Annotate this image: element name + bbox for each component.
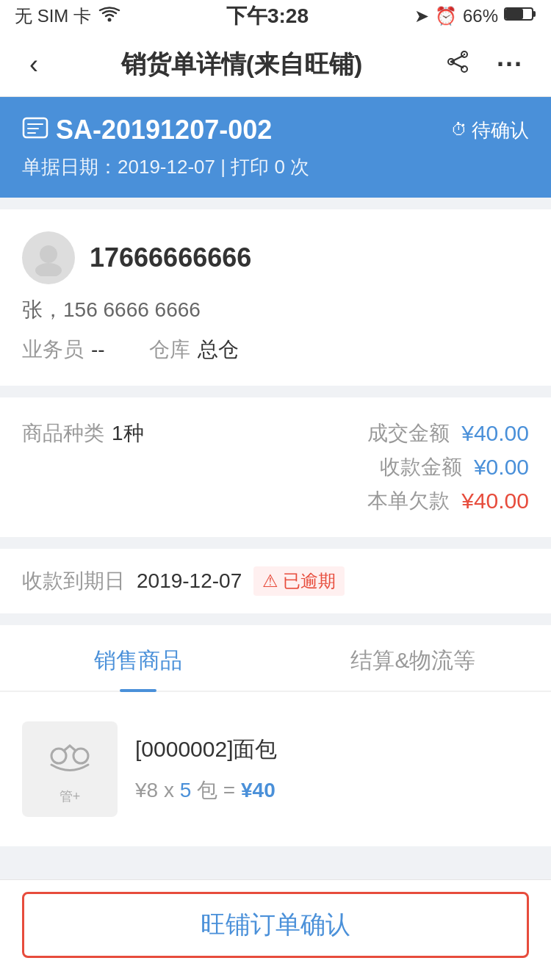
share-button[interactable] xyxy=(438,43,476,86)
deal-amount-row: 成交金额 ¥40.00 xyxy=(367,419,529,447)
balance-value: ¥40.00 xyxy=(461,489,529,514)
warehouse-value: 总仓 xyxy=(198,336,239,364)
more-button[interactable]: ··· xyxy=(491,43,529,86)
salesperson-item: 业务员 -- xyxy=(22,336,105,364)
clock-icon: ⏱ xyxy=(451,120,467,140)
price-separator: x xyxy=(164,779,180,801)
salesperson-value: -- xyxy=(91,338,105,361)
deal-amount-value: ¥40.00 xyxy=(461,421,529,446)
header-top: SA-20191207-002 ⏱ 待确认 xyxy=(22,115,529,145)
due-section: 收款到期日 2019-12-07 ⚠ 已逾期 xyxy=(0,549,551,613)
page-title: 销货单详情(来自旺铺) xyxy=(121,48,363,82)
product-list: 管+ [0000002]面包 ¥8 x 5 包 = ¥40 xyxy=(0,692,551,846)
balance-label: 本单欠款 xyxy=(367,487,450,515)
order-icon xyxy=(22,117,48,144)
customer-name: 张，156 6666 6666 xyxy=(22,296,529,324)
price-value: ¥8 xyxy=(135,779,158,801)
tab-sales[interactable]: 销售商品 xyxy=(0,625,276,691)
svg-point-0 xyxy=(108,18,112,22)
warning-icon: ⚠ xyxy=(262,571,278,591)
tabs-section: 销售商品 结算&物流等 管+ [0000002]面包 ¥8 xyxy=(0,625,551,846)
nav-actions: ··· xyxy=(438,43,529,86)
product-info: [0000002]面包 ¥8 x 5 包 = ¥40 xyxy=(135,735,529,804)
unit: 包 xyxy=(197,779,217,801)
summary-row: 商品种类 1种 成交金额 ¥40.00 收款金额 ¥0.00 本单欠款 ¥40.… xyxy=(22,419,529,515)
order-status: ⏱ 待确认 xyxy=(451,118,529,143)
back-button[interactable]: ‹ xyxy=(22,42,46,87)
payment-row: 收款金额 ¥0.00 xyxy=(380,453,529,481)
wifi-icon xyxy=(98,6,120,26)
bottom-bar: 旺铺订单确认 xyxy=(0,879,551,980)
product-qty: 5 xyxy=(180,779,192,801)
svg-rect-2 xyxy=(533,11,536,17)
confirm-button[interactable]: 旺铺订单确认 xyxy=(22,892,529,958)
customer-meta: 业务员 -- 仓库 总仓 xyxy=(22,336,529,364)
tabs-row: 销售商品 结算&物流等 xyxy=(0,625,551,692)
payment-value: ¥0.00 xyxy=(474,455,529,480)
due-label: 收款到期日 xyxy=(22,567,125,595)
deal-amount-label: 成交金额 xyxy=(367,419,450,447)
product-thumbnail: 管+ xyxy=(22,721,118,817)
overdue-badge: ⚠ 已逾期 xyxy=(253,566,345,596)
due-date: 2019-12-07 xyxy=(137,569,242,593)
svg-point-6 xyxy=(461,66,467,72)
order-meta: 单据日期：2019-12-07 | 打印 0 次 xyxy=(22,154,529,180)
product-type-value: 1种 xyxy=(112,419,144,447)
battery-label: 66% xyxy=(463,6,498,26)
status-bar: 无 SIM 卡 下午3:28 ➤ ⏰ 66% xyxy=(0,0,551,32)
avatar xyxy=(22,231,75,284)
product-price: ¥8 x 5 包 = ¥40 xyxy=(135,777,529,804)
status-left: 无 SIM 卡 xyxy=(15,4,120,28)
overdue-text: 已逾期 xyxy=(283,569,336,593)
customer-section: 17666666666 张，156 6666 6666 业务员 -- 仓库 总仓 xyxy=(0,209,551,386)
product-name: [0000002]面包 xyxy=(135,735,529,765)
order-id: SA-20191207-002 xyxy=(22,115,272,145)
balance-row: 本单欠款 ¥40.00 xyxy=(367,487,529,515)
summary-right: 成交金额 ¥40.00 收款金额 ¥0.00 本单欠款 ¥40.00 xyxy=(367,419,529,515)
product-total: ¥40 xyxy=(241,779,276,801)
status-right: ➤ ⏰ 66% xyxy=(414,6,536,26)
product-item: 管+ [0000002]面包 ¥8 x 5 包 = ¥40 xyxy=(22,707,529,832)
product-type-label: 商品种类 xyxy=(22,419,104,447)
svg-point-8 xyxy=(40,245,57,263)
location-icon: ➤ xyxy=(414,6,429,26)
customer-phone: 17666666666 xyxy=(90,242,251,273)
product-logo: 管+ xyxy=(37,735,103,803)
alarm-icon: ⏰ xyxy=(435,6,457,26)
no-sim-label: 无 SIM 卡 xyxy=(15,4,91,28)
customer-top: 17666666666 xyxy=(22,231,529,284)
warehouse-item: 仓库 总仓 xyxy=(149,336,239,364)
nav-bar: ‹ 销货单详情(来自旺铺) ··· xyxy=(0,32,551,97)
salesperson-label: 业务员 xyxy=(22,336,84,364)
equals: = xyxy=(223,779,241,801)
summary-left: 商品种类 1种 xyxy=(22,419,144,447)
summary-section: 商品种类 1种 成交金额 ¥40.00 收款金额 ¥0.00 本单欠款 ¥40.… xyxy=(0,397,551,537)
status-time: 下午3:28 xyxy=(226,2,309,30)
payment-label: 收款金额 xyxy=(380,453,462,481)
battery-icon xyxy=(504,6,536,26)
warehouse-label: 仓库 xyxy=(149,336,190,364)
tab-settlement[interactable]: 结算&物流等 xyxy=(276,625,551,691)
svg-point-9 xyxy=(35,263,62,276)
svg-rect-3 xyxy=(505,9,523,19)
header-card: SA-20191207-002 ⏱ 待确认 单据日期：2019-12-07 | … xyxy=(0,97,551,198)
